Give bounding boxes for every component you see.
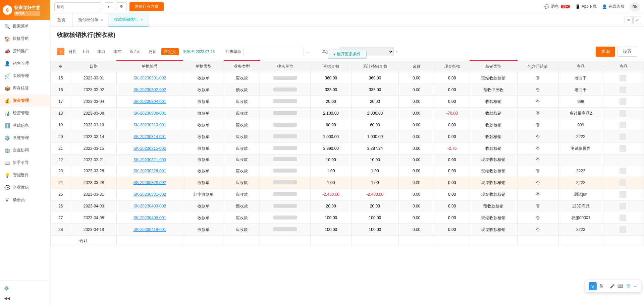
sidebar-collapse[interactable]: ◀◀ (0, 293, 50, 303)
user-avatar[interactable]: Rit (630, 2, 640, 12)
cell-biz-type: 应收款 (224, 96, 260, 108)
bill-no-link[interactable]: SK-20230301-002 (133, 76, 166, 80)
tab-expand-btn[interactable]: ⤢ (633, 16, 641, 24)
sidebar-item-purchase[interactable]: 🛒采购管理 (0, 70, 50, 82)
float-item-1[interactable]: 英 (599, 284, 603, 289)
page-header: 收款核销执行(按收款) (50, 27, 644, 43)
date-last-month-btn[interactable]: 上月 (78, 48, 93, 56)
cell-write-type: 预收款核销 (470, 200, 517, 212)
operations-icon: 📊 (4, 111, 10, 116)
bill-no-link[interactable]: SK-20230328-001 (133, 169, 166, 173)
cell-goods1: 2222 (558, 177, 603, 189)
col-header-bill-no: 单据编号 (117, 61, 183, 72)
sidebar-item-guide[interactable]: 📖新手引导 (0, 157, 50, 169)
solution-btn[interactable]: 体验行业方案 (129, 2, 164, 11)
sidebar-item-marketing[interactable]: 📣营销推广 (0, 45, 50, 57)
partner-masked (273, 180, 297, 184)
cell-date: 2023-03-08 (71, 108, 117, 119)
hardware-icon: 💡 (4, 173, 10, 178)
collapse-icon: ◀◀ (4, 296, 10, 301)
sidebar-item-member[interactable]: V畅会员 (0, 194, 50, 206)
bill-no-link[interactable]: SK-20230403-002 (133, 204, 166, 208)
float-item-keyboard[interactable]: ⌨ (618, 284, 623, 289)
system-label: 系统管理 (13, 135, 29, 141)
cell-goods1: 999 (558, 119, 603, 131)
filter-settings-btn[interactable]: 设置 (617, 47, 637, 57)
more-conditions-btn[interactable]: ▾ 展开更多条件 (328, 50, 367, 59)
filter-expand-btn[interactable]: » (57, 48, 64, 55)
cell-verify: 3,387.24 (351, 143, 398, 155)
table-container[interactable]: ⚙ 日期 单据编号 单据类型 业务类型 往来单位 单据金额 累计核销金额 余额 … (50, 60, 644, 306)
cell-bill-no: SK-20230315-002 (117, 143, 183, 155)
cell-no: 25 (51, 189, 71, 200)
tab-receipt-close[interactable]: ✕ (140, 18, 143, 21)
sidebar-item-system[interactable]: ⚙️系统管理 (0, 132, 50, 144)
bill-no-link[interactable]: SK-20230304-001 (133, 99, 166, 104)
sidebar-item-hardware[interactable]: 💡智能硬件 (0, 169, 50, 181)
bill-no-link[interactable]: SK-20230321-003 (133, 158, 166, 162)
tab-receipt[interactable]: 收款核销执行 ✕ (109, 13, 149, 26)
cell-amount: 60.00 (311, 119, 351, 131)
date-this-year-btn[interactable]: 本年 (111, 48, 125, 56)
sidebar-item-finance[interactable]: 💰资金管理 (0, 95, 50, 107)
tab-prepay[interactable]: 预付应付单 ✕ (73, 13, 109, 26)
col-header-goods2: 商品 (603, 61, 644, 72)
cell-settled: 否 (517, 224, 558, 236)
bill-no-link[interactable]: SK-20230418-001 (133, 227, 166, 232)
date-this-month-btn[interactable]: 本月 (95, 48, 109, 56)
float-item-more[interactable]: ⋯ (634, 284, 638, 289)
bill-no-link[interactable]: SK-20230408-001 (133, 216, 166, 220)
tab-prepay-close[interactable]: ✕ (100, 18, 103, 22)
date-more-btn[interactable]: 更多 (145, 48, 159, 56)
cell-date: 2023-03-31 (71, 189, 117, 200)
cell-amount: -2,430.00 (311, 189, 351, 200)
sidebar-item-operations[interactable]: 📊经营管理 (0, 107, 50, 119)
cell-write-type: 收款核销 (470, 131, 517, 143)
query-btn[interactable]: 查询 (596, 47, 615, 57)
sidebar-item-sales[interactable]: 👤销售管理 (0, 57, 50, 70)
sidebar-item-quick-nav[interactable]: 🏠快捷导航 (0, 33, 50, 45)
col-header-settings[interactable]: ⚙ (51, 61, 71, 72)
app-download-btn[interactable]: 📱 App下载 (575, 4, 597, 9)
bill-no-link[interactable]: SK-20230308-001 (133, 111, 166, 116)
date-custom-btn[interactable]: 自定义 (161, 48, 179, 55)
cell-discount: -2.76 (434, 143, 470, 155)
basic-icon: ℹ️ (4, 123, 10, 128)
partner-input[interactable] (244, 47, 304, 56)
table-footer-row: 合计 (51, 236, 644, 246)
sidebar-item-wechat[interactable]: 💬企业微信 (0, 181, 50, 194)
col-header-bill-type: 单据类型 (183, 61, 224, 72)
online-service-btn[interactable]: 👤 在线客服 (602, 4, 625, 9)
tab-home[interactable]: 首页 (50, 13, 73, 26)
table-row: 25 2023-03-31 SK-20230331-002 红字收款单 应收款 … (51, 189, 644, 200)
partner-masked (273, 134, 297, 138)
dropdown-arrow-btn[interactable]: ▾ (104, 2, 113, 11)
sidebar-item-search[interactable]: 🔍搜索菜单 (0, 20, 50, 33)
bill-no-link[interactable]: SK-20230310-001 (133, 123, 166, 127)
bill-no-link[interactable]: SK-20230331-002 (133, 192, 166, 197)
cell-write-type: 现结收款核销 (470, 212, 517, 224)
bill-no-link[interactable]: SK-20230314-001 (133, 134, 166, 139)
cell-partner (260, 108, 311, 119)
bill-type-dropdown-icon: ▾ (396, 49, 398, 54)
cell-no: 28 (51, 224, 71, 236)
float-item-mic[interactable]: 🎤 (610, 284, 615, 289)
bill-no-link[interactable]: SK-20230315-002 (133, 146, 166, 151)
breadcrumb-input[interactable] (54, 2, 101, 11)
date-7days-btn[interactable]: 近7天 (127, 48, 143, 56)
sidebar-item-inventory[interactable]: 📦库存核算 (0, 82, 50, 95)
sidebar-item-enterprise[interactable]: 🏢企业协同 (0, 144, 50, 157)
cell-balance: 0.00 (398, 224, 434, 236)
cell-bill-no: SK-20230314-001 (117, 131, 183, 143)
messages-btn[interactable]: 💬 消息 99+ (544, 4, 570, 9)
tab-close-all-btn[interactable]: ✕ (625, 16, 633, 24)
sidebar-item-basic[interactable]: ℹ️基础信息 (0, 119, 50, 132)
app-icon: 📱 (575, 4, 580, 9)
main-table: ⚙ 日期 单据编号 单据类型 业务类型 往来单位 单据金额 累计核销金额 余额 … (50, 60, 644, 246)
bill-no-link[interactable]: SK-20230328-002 (133, 180, 166, 185)
float-item-shirt[interactable]: 👕 (626, 284, 631, 289)
sidebar-settings[interactable]: ⚙️ (0, 283, 50, 293)
settings-gear-btn[interactable]: ⚙ (116, 2, 127, 11)
bill-no-link[interactable]: SK-20230302-002 (133, 87, 166, 92)
cell-discount: 0.00 (434, 200, 470, 212)
